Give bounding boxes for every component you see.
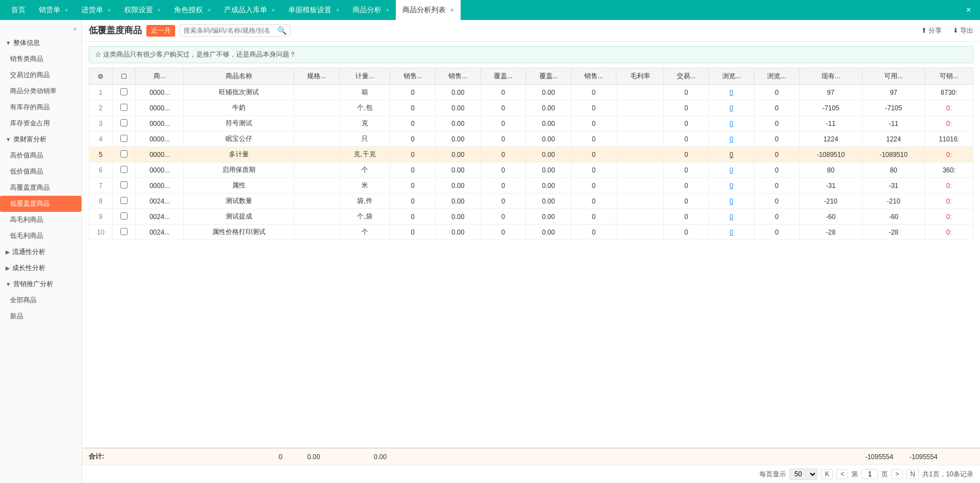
sidebar-item-low-coverage[interactable]: 低覆盖度商品 [0,196,81,212]
col-name[interactable]: 商品名称 [183,68,294,85]
col-view1[interactable]: 浏览... [709,68,754,85]
col-cov2[interactable]: 覆盖... [526,68,571,85]
page-number-input[interactable] [861,469,878,479]
cell-checkbox[interactable] [113,225,136,240]
sidebar-item-low-value[interactable]: 低价值商品 [0,164,81,180]
col-spec[interactable]: 规格... [294,68,340,85]
nav-analysis-list[interactable]: 商品分析列表 × [396,0,460,20]
cell-gross [616,209,663,225]
sidebar-item-sales-goods[interactable]: 销售类商品 [0,51,81,67]
col-code[interactable]: 商... [136,68,184,85]
col-unit[interactable]: 计量... [339,68,390,85]
nav-permission-close[interactable]: × [157,7,161,13]
cell-spec [294,85,340,100]
nav-analysis-close[interactable]: × [386,7,389,13]
sidebar-section-liquidity[interactable]: ▶ 流通性分析 [0,244,81,260]
cell-sales2: 0 [571,100,616,116]
col-gross[interactable]: 毛利率 [616,68,663,85]
cell-view1[interactable]: 0 [709,100,754,116]
col-sales2[interactable]: 销售... [571,68,616,85]
cell-view1[interactable]: 0 [709,85,754,100]
nav-role[interactable]: 角色授权 × [167,0,217,20]
cell-num: 6 [89,162,113,178]
sidebar-item-high-value[interactable]: 高价值商品 [0,148,81,164]
sidebar-item-stock-funds[interactable]: 库存资金占用 [0,115,81,131]
next-page-btn[interactable]: > [891,469,903,479]
sidebar-section-growth[interactable]: ▶ 成长性分析 [0,260,81,276]
cell-view2: 0 [754,147,800,162]
col-tx[interactable]: 交易... [663,68,709,85]
cell-view1[interactable]: 0 [709,162,754,178]
cell-code: 0000... [136,147,184,162]
sidebar-item-low-profit[interactable]: 低毛利商品 [0,228,81,244]
nav-analysis[interactable]: 商品分析 × [346,0,396,20]
sidebar-item-high-coverage[interactable]: 高覆盖度商品 [0,180,81,196]
nav-template-close[interactable]: × [336,7,339,13]
sidebar-item-high-profit[interactable]: 高毛利商品 [0,212,81,228]
col-avail[interactable]: 可用... [862,68,925,85]
col-sales-qty[interactable]: 销售... [390,68,436,85]
cell-unit: 个,包 [339,100,390,116]
col-view2[interactable]: 浏览... [754,68,800,85]
col-sellable[interactable]: 可销... [925,68,973,85]
cell-checkbox[interactable] [113,131,136,147]
last-page-btn[interactable]: N [906,469,919,479]
sidebar-item-category-rate[interactable]: 商品分类动销率 [0,83,81,99]
sidebar-item-all-goods[interactable]: 全部商品 [0,292,81,308]
nav-purchase[interactable]: 进货单 × [75,0,118,20]
cell-sales2: 0 [571,225,616,240]
cell-sales-amt: 0.00 [435,209,481,225]
cell-checkbox[interactable] [113,162,136,178]
nav-sales-close[interactable]: × [65,7,68,13]
search-input[interactable] [183,27,277,34]
cell-view1[interactable]: 0 [709,209,754,225]
nav-analysis-list-close[interactable]: × [450,7,453,13]
search-box: 🔍 [180,24,290,37]
sidebar-section-overview[interactable]: ▼ 整体信息 [0,35,81,51]
cell-tx: 0 [663,178,709,194]
cell-checkbox[interactable] [113,209,136,225]
time-filter-button[interactable]: 近一月 [146,25,175,37]
cell-curr: 97 [799,85,862,100]
cell-checkbox[interactable] [113,147,136,162]
nav-template[interactable]: 单据模板设置 × [282,0,346,20]
first-page-btn[interactable]: K [821,469,833,479]
export-button[interactable]: ⬇ 导出 [953,26,973,35]
col-cov1[interactable]: 覆盖... [481,68,526,85]
pagination-bar: 每页显示 50 100 200 K < 第 页 > N 共1页，10条记录 [82,465,980,483]
col-curr[interactable]: 现有... [799,68,862,85]
cell-sellable: 0: [925,209,973,225]
cell-view1[interactable]: 0 [709,225,754,240]
cell-checkbox[interactable] [113,85,136,100]
cell-checkbox[interactable] [113,116,136,131]
cell-checkbox[interactable] [113,194,136,209]
cell-view1[interactable]: 0 [709,116,754,131]
prev-page-btn[interactable]: < [836,469,848,479]
col-settings[interactable]: ⚙ [89,68,113,85]
share-button[interactable]: ⬆ 分享 [921,26,942,35]
cell-checkbox[interactable] [113,178,136,194]
sidebar-item-traded-goods[interactable]: 交易过的商品 [0,67,81,83]
nav-sales[interactable]: 销货单 × [32,0,75,20]
cell-checkbox[interactable] [113,100,136,116]
sidebar-section-marketing[interactable]: ▼ 营销推广分析 [0,276,81,292]
sidebar-section-wealth[interactable]: ▼ 类财富分析 [0,131,81,148]
cell-view1[interactable]: 0 [709,147,754,162]
window-close[interactable]: × [962,5,976,15]
nav-product-entry[interactable]: 产成品入库单 × [217,0,282,20]
cell-view1[interactable]: 0 [709,194,754,209]
nav-home[interactable]: 首页 [4,0,32,20]
nav-product-entry-close[interactable]: × [272,7,275,13]
cell-view1[interactable]: 0 [709,131,754,147]
sidebar-item-stocked-goods[interactable]: 有库存的商品 [0,99,81,115]
cell-view1[interactable]: 0 [709,178,754,194]
sidebar-collapse-btn[interactable]: « [73,24,77,33]
cell-view2: 0 [754,178,800,194]
nav-purchase-close[interactable]: × [108,7,111,13]
nav-role-close[interactable]: × [207,7,211,13]
col-checkbox[interactable]: ☐ [113,68,136,85]
nav-permission[interactable]: 权限设置 × [118,0,167,20]
sidebar-item-new-goods[interactable]: 新品 [0,308,81,324]
col-sales-amt[interactable]: 销售... [435,68,481,85]
page-size-select[interactable]: 50 100 200 [789,469,818,480]
